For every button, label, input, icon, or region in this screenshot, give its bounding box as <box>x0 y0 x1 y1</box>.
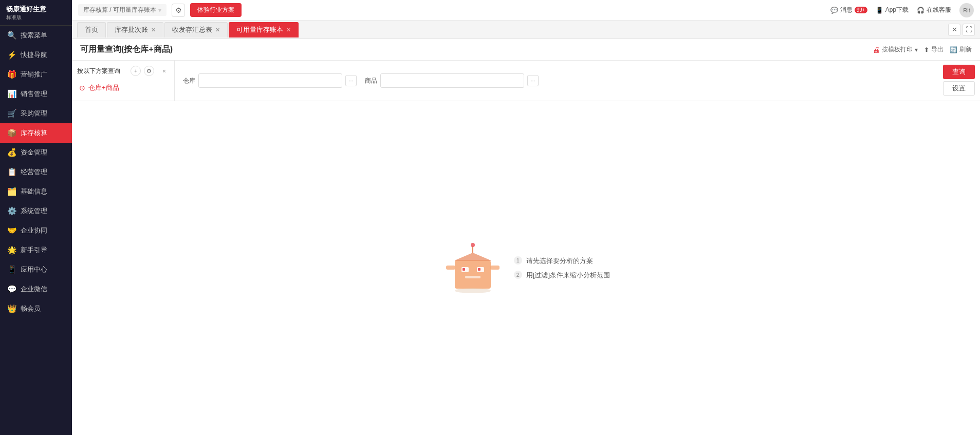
tabs-expand-btn[interactable]: ⛶ <box>963 24 975 36</box>
phone-icon: 📱 <box>876 7 883 14</box>
online-service-btn[interactable]: 🎧 在线客服 <box>917 6 951 14</box>
message-icon: 💬 <box>830 7 838 14</box>
search-icon: 🔍 <box>7 31 16 40</box>
svg-rect-9 <box>490 266 500 270</box>
topbar-right: 💬 消息 99+ 📱 App下载 🎧 在线客服 Rit <box>830 3 974 17</box>
refresh-btn[interactable]: 🔄 刷新 <box>950 45 972 54</box>
crown-icon: 👑 <box>7 304 16 313</box>
scheme-collapse-btn[interactable]: « <box>159 66 169 75</box>
tabs-bar: 首页 库存批次账 ✕ 收发存汇总表 ✕ 可用量库存账本 ✕ ✕ ⛶ <box>72 21 980 39</box>
print-icon: 🖨 <box>873 46 880 54</box>
tab-available-stock-close[interactable]: ✕ <box>286 27 291 33</box>
cart-icon: 🛒 <box>7 109 16 118</box>
sidebar-item-finance[interactable]: 💰 资金管理 <box>0 143 72 162</box>
tab-receive-summary[interactable]: 收发存汇总表 ✕ <box>164 22 228 37</box>
gear-icon: ⚙️ <box>7 206 16 216</box>
sidebar-item-search[interactable]: 🔍 搜索菜单 <box>0 26 72 45</box>
svg-point-11 <box>471 243 475 247</box>
sidebar-item-marketing[interactable]: 🎁 营销推广 <box>0 65 72 84</box>
query-btn[interactable]: 查询 <box>943 65 975 79</box>
breadcrumb: 库存核算 / 可用量库存账本 ▾ <box>78 4 167 16</box>
print-template-btn[interactable]: 🖨 按模板打印 ▾ <box>873 45 918 54</box>
export-label: 导出 <box>931 45 944 54</box>
chart-icon: 📊 <box>7 89 16 99</box>
tab-batch-account-close[interactable]: ✕ <box>151 27 156 33</box>
tab-available-stock-label: 可用量库存账本 <box>236 25 283 34</box>
export-btn[interactable]: ⬆ 导出 <box>924 45 944 54</box>
scheme-add-btn[interactable]: + <box>131 66 141 76</box>
gift-icon: 🎁 <box>7 70 16 79</box>
sidebar-item-label: 搜索菜单 <box>21 31 47 40</box>
sidebar-item-enterprise-wechat[interactable]: 💬 企业微信 <box>0 279 72 299</box>
sidebar-item-label: 企业协同 <box>21 226 47 235</box>
empty-text: 1 请先选择要分析的方案 2 用[过滤]条件来缩小分析范围 <box>514 256 610 280</box>
print-dropdown-icon[interactable]: ▾ <box>915 46 918 53</box>
filter-product-label: 商品 <box>365 77 377 85</box>
dropdown-chevron-icon[interactable]: ▾ <box>158 7 161 14</box>
sidebar-item-label: 营销推广 <box>21 70 47 79</box>
scheme-item-warehouse-product[interactable]: ⊙ 仓库+商品 <box>72 80 174 96</box>
tabs-close-btn[interactable]: ✕ <box>948 24 960 36</box>
scheme-settings-btn[interactable]: ⚙ <box>144 66 154 76</box>
filter-product-more-btn[interactable]: ··· <box>527 75 539 86</box>
tab-available-stock[interactable]: 可用量库存账本 ✕ <box>229 22 299 37</box>
sidebar-item-label: 系统管理 <box>21 206 47 216</box>
filter-warehouse-label: 仓库 <box>183 77 195 85</box>
empty-hint-1: 1 请先选择要分析的方案 <box>514 256 610 266</box>
sidebar-item-label: 库存核算 <box>21 128 47 138</box>
messages-btn[interactable]: 💬 消息 99+ <box>830 6 867 14</box>
svg-rect-8 <box>446 266 455 270</box>
sidebar-item-label: 销售管理 <box>21 89 47 99</box>
sidebar-item-label: 经营管理 <box>21 167 47 177</box>
folder-icon: 🗂️ <box>7 187 16 196</box>
main-area: 库存核算 / 可用量库存账本 ▾ ⚙ 体验行业方案 💬 消息 99+ 📱 App… <box>72 0 980 435</box>
online-service-label: 在线客服 <box>927 6 951 14</box>
print-label: 按模板打印 <box>882 45 913 54</box>
sidebar-item-basic-info[interactable]: 🗂️ 基础信息 <box>0 182 72 201</box>
app-download-btn[interactable]: 📱 App下载 <box>876 6 909 14</box>
topbar-settings-btn[interactable]: ⚙ <box>172 4 185 17</box>
tab-home-label: 首页 <box>85 25 98 34</box>
tab-home[interactable]: 首页 <box>77 22 106 37</box>
clipboard-icon: 📋 <box>7 167 16 177</box>
sidebar-item-label: 资金管理 <box>21 148 47 157</box>
settings-btn[interactable]: 设置 <box>943 81 975 96</box>
sidebar-item-vip[interactable]: 👑 畅会员 <box>0 299 72 318</box>
empty-state: 1 请先选择要分析的方案 2 用[过滤]条件来缩小分析范围 <box>72 101 980 435</box>
sidebar-item-app-center[interactable]: 📱 应用中心 <box>0 260 72 279</box>
empty-num-1: 1 <box>514 256 522 264</box>
sidebar-item-label: 采购管理 <box>21 109 47 118</box>
user-avatar[interactable]: Rit <box>959 3 974 17</box>
tab-receive-summary-close[interactable]: ✕ <box>215 27 220 33</box>
filter-warehouse-more-btn[interactable]: ··· <box>345 75 357 86</box>
sidebar-item-newbie[interactable]: 🌟 新手引导 <box>0 240 72 260</box>
sidebar-item-system[interactable]: ⚙️ 系统管理 <box>0 201 72 221</box>
refresh-label: 刷新 <box>959 45 972 54</box>
page-header-actions: 🖨 按模板打印 ▾ ⬆ 导出 🔄 刷新 <box>873 45 972 54</box>
filter-product-input[interactable] <box>380 73 524 88</box>
sidebar-item-operations[interactable]: 📋 经营管理 <box>0 162 72 182</box>
svg-rect-6 <box>478 268 480 271</box>
empty-num-2: 2 <box>514 271 522 279</box>
sidebar-item-label: 企业微信 <box>21 285 47 294</box>
sidebar-item-shortcut[interactable]: ⚡ 快捷导航 <box>0 45 72 65</box>
svg-rect-0 <box>455 260 491 289</box>
refresh-icon: 🔄 <box>950 46 957 53</box>
filter-actions: 查询 设置 <box>938 61 980 101</box>
tab-batch-account[interactable]: 库存批次账 ✕ <box>107 22 163 37</box>
sidebar-item-purchase[interactable]: 🛒 采购管理 <box>0 104 72 123</box>
sidebar-item-enterprise[interactable]: 🤝 企业协同 <box>0 221 72 240</box>
sidebar-item-sales[interactable]: 📊 销售管理 <box>0 84 72 104</box>
sidebar-item-label: 基础信息 <box>21 187 47 196</box>
sidebar-logo-title: 畅康通好生意 <box>6 5 66 14</box>
headset-icon: 🎧 <box>917 7 924 14</box>
money-icon: 💰 <box>7 148 16 157</box>
filter-warehouse-input[interactable] <box>198 73 342 88</box>
sidebar-item-inventory[interactable]: 📦 库存核算 <box>0 123 72 143</box>
trial-industry-btn[interactable]: 体验行业方案 <box>190 3 242 17</box>
more-icon-product: ··· <box>530 78 535 84</box>
chat-icon: 💬 <box>7 285 16 294</box>
empty-hint-2: 2 用[过滤]条件来缩小分析范围 <box>514 271 610 280</box>
tab-receive-summary-label: 收发存汇总表 <box>172 25 212 34</box>
close-icon: ✕ <box>952 26 957 33</box>
